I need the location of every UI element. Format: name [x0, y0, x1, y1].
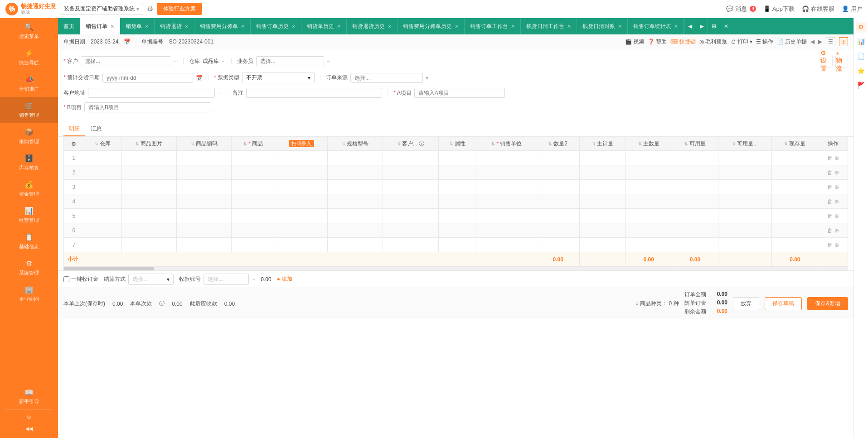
table-row-1-col-15[interactable] [772, 151, 818, 165]
tab-sales-order-close[interactable]: ✕ [110, 24, 114, 29]
table-row-3-col-13[interactable] [672, 180, 718, 194]
table-row-2-col-8[interactable] [439, 165, 476, 180]
table-row-2-col-6[interactable] [328, 165, 383, 180]
table-row-7-col-15[interactable] [772, 238, 818, 252]
table-row-6-col-11[interactable] [579, 223, 626, 238]
note-input[interactable] [246, 88, 382, 98]
table-row-3-col-2[interactable] [121, 180, 176, 194]
col-product-image[interactable]: ⇅商品图片 [121, 137, 176, 151]
tab-sales-return-close[interactable]: ✕ [184, 24, 189, 29]
user-avatar[interactable]: 👤 用户 [842, 5, 863, 13]
tab-daily-reconcile-close[interactable]: ✕ [618, 24, 622, 29]
table-row-5-col-9[interactable] [476, 209, 537, 223]
table-row-3-col-7[interactable] [383, 180, 439, 194]
table-row-1-col-2[interactable] [121, 151, 176, 165]
table-row-6-col-10[interactable] [537, 223, 579, 238]
shortcut-btn[interactable]: ⌨ 快捷键 [670, 38, 696, 46]
table-row-2-col-4[interactable] [232, 165, 275, 180]
row-copy-5[interactable]: ⊕ [834, 213, 839, 219]
row-delete-5[interactable]: 🗑 [827, 213, 833, 219]
sidebar-collapse-btn[interactable]: ◀◀ [2, 423, 56, 434]
table-row-6-col-13[interactable] [672, 223, 718, 238]
invoice-type-select[interactable]: 不开票 ▾ [242, 72, 315, 83]
table-row-5-col-2[interactable] [121, 209, 176, 223]
save-draft-button[interactable]: 保存草稿 [765, 297, 802, 310]
table-row-6-col-12[interactable] [626, 223, 672, 238]
table-row-4-col-7[interactable] [383, 194, 439, 209]
table-row-3-col-14[interactable] [718, 180, 772, 194]
salesperson-input[interactable] [256, 56, 324, 66]
tab-return-history-close[interactable]: ✕ [388, 24, 392, 29]
table-row-7-col-2[interactable] [121, 238, 176, 252]
table-tab-detail[interactable]: 明细 [63, 122, 85, 136]
row-delete-6[interactable]: 🗑 [827, 227, 833, 234]
table-row-3-col-6[interactable] [328, 180, 383, 194]
delivery-date-input[interactable] [102, 73, 193, 83]
col-product[interactable]: ⇅*商品 [232, 137, 275, 151]
delivery-calendar-icon[interactable]: 📅 [196, 75, 203, 81]
table-row-6-col-8[interactable] [439, 223, 476, 238]
table-row-6-col-3[interactable] [177, 223, 232, 238]
scrollbar-thumb[interactable] [63, 267, 154, 270]
table-row-5-col-10[interactable] [537, 209, 579, 223]
table-row-7-col-6[interactable] [328, 238, 383, 252]
app-download-btn[interactable]: 📱 App下载 [763, 5, 795, 13]
tab-sales-invoice[interactable]: 销货单 ✕ [120, 18, 155, 34]
table-row-3-col-3[interactable] [177, 180, 232, 194]
table-row-7-col-9[interactable] [476, 238, 537, 252]
table-row-7-col-5[interactable] [275, 238, 328, 252]
sidebar-item-purchase[interactable]: 📦 采购管理 [0, 123, 58, 149]
row-delete-4[interactable]: 🗑 [827, 198, 833, 205]
right-panel-settings-icon[interactable]: ⚙ [856, 22, 867, 33]
tab-order-report-close[interactable]: ✕ [674, 24, 678, 29]
table-row-6-col-1[interactable] [84, 223, 121, 238]
col-spec[interactable]: ⇅规格型号 [328, 137, 383, 151]
table-row-5-col-3[interactable] [177, 209, 232, 223]
tab-daily-reconcile[interactable]: 钱货日清对账 ✕ [577, 18, 628, 34]
tab-order-report[interactable]: 销售订单统计表 ✕ [628, 18, 684, 34]
table-row-4-col-5[interactable] [275, 194, 328, 209]
tab-invoice-history[interactable]: 销货单历史 ✕ [301, 18, 347, 34]
account-dots[interactable]: ··· [252, 277, 255, 282]
quick-payment-checkbox[interactable]: 一键收订金 [63, 275, 98, 283]
table-row-1-col-3[interactable] [177, 151, 232, 165]
table-row-2-col-12[interactable] [626, 165, 672, 180]
discard-button[interactable]: 放弃 [733, 297, 759, 310]
nav-next-record[interactable]: ▶ [818, 39, 822, 45]
table-row-6-col-2[interactable] [121, 223, 176, 238]
tab-expense-history-close[interactable]: ✕ [455, 24, 459, 29]
sidebar-item-enterprise[interactable]: 🏢 企业协同 [0, 281, 58, 307]
table-row-5-col-1[interactable] [84, 209, 121, 223]
row-delete-3[interactable]: 🗑 [827, 184, 833, 190]
table-row-2-col-14[interactable] [718, 165, 772, 180]
tab-sales-order[interactable]: 销售订单 ✕ [80, 18, 120, 34]
nav-prev-record[interactable]: ◀ [810, 39, 815, 45]
sidebar-item-quick-nav[interactable]: ⚡ 快捷导航 [0, 44, 58, 71]
col-qty2[interactable]: ⇅数量2 [537, 137, 579, 151]
tab-order-workbench[interactable]: 销售订单工作台 ✕ [465, 18, 521, 34]
row-actions-4[interactable]: 🗑⊕ [818, 194, 848, 209]
table-row-7-col-8[interactable] [439, 238, 476, 252]
table-row-4-col-8[interactable] [439, 194, 476, 209]
payment-method-select[interactable]: 选择... ▾ [128, 274, 174, 285]
message-icon-group[interactable]: 💬 消息 9 [726, 5, 756, 13]
sidebar-item-guide[interactable]: 📖 新手引导 [2, 385, 56, 408]
table-row-3-col-12[interactable] [626, 180, 672, 194]
table-row-1-col-10[interactable] [537, 151, 579, 165]
table-row-5-col-5[interactable] [275, 209, 328, 223]
tab-nav-next[interactable]: ▶ [696, 18, 708, 34]
history-btn[interactable]: 📄 历史单据 [777, 38, 807, 46]
account-select[interactable]: 选择... [204, 274, 249, 285]
col-attribute[interactable]: ⇅属性 [439, 137, 476, 151]
row-actions-5[interactable]: 🗑⊕ [818, 209, 848, 223]
col-main-qty[interactable]: ⇅主数量 [626, 137, 672, 151]
table-row-6-col-4[interactable] [232, 223, 275, 238]
col-settings[interactable]: ⚙ [64, 137, 84, 151]
operations-btn[interactable]: ☰ 操作 [756, 38, 773, 46]
sidebar-settings-btn[interactable]: ⚙ [2, 412, 56, 423]
table-row-2-col-7[interactable] [383, 165, 439, 180]
profit-forecast-btn[interactable]: ◎ 毛利预览 [699, 38, 727, 46]
table-row-5-col-7[interactable] [383, 209, 439, 223]
table-row-1-col-4[interactable] [232, 151, 275, 165]
table-row-1-col-14[interactable] [718, 151, 772, 165]
